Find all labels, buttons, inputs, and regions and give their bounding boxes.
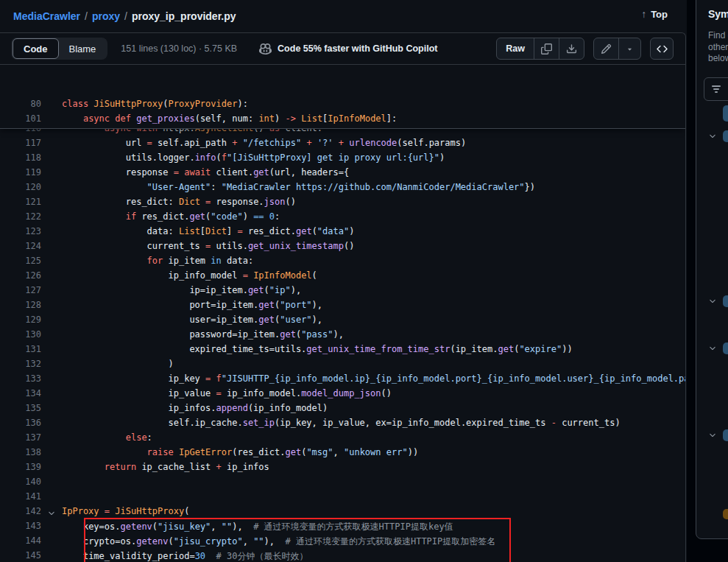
symbol-pill[interactable]	[723, 429, 728, 441]
code-line-144: 144 crypto=os.getenv("jisu_crypto", ""),…	[0, 535, 685, 550]
code-text	[62, 477, 685, 491]
line-number[interactable]: 133	[0, 373, 41, 388]
line-number[interactable]: 143	[0, 521, 41, 535]
line-number[interactable]: 80	[0, 99, 41, 113]
code-text: ip_value = ip_info_model.model_dump_json…	[62, 388, 685, 403]
line-number[interactable]: 141	[0, 491, 41, 506]
edit-file-button[interactable]	[594, 38, 619, 59]
symbols-filter-input[interactable]	[704, 77, 728, 101]
code-text: utils.logger.info(f"[JiSuHttpProxy] get …	[62, 152, 685, 167]
collapse-spacer	[41, 99, 62, 113]
collapse-chevron-icon[interactable]	[41, 506, 62, 521]
code-line-118: 118 utils.logger.info(f"[JiSuHttpProxy] …	[0, 152, 685, 167]
line-number[interactable]: 134	[0, 388, 41, 403]
code-line-130: 130 password=ip_item.get("pass"),	[0, 329, 685, 344]
code-text: self.ip_cache.set_ip(ip_key, ip_value, e…	[62, 418, 685, 432]
line-number[interactable]: 121	[0, 197, 41, 211]
symbol-tree-row[interactable]	[708, 295, 728, 307]
download-raw-button[interactable]	[559, 38, 584, 59]
line-number[interactable]: 118	[0, 152, 41, 167]
line-number[interactable]: 125	[0, 256, 41, 270]
breadcrumb: MediaCrawler/proxy/proxy_ip_provider.py …	[0, 0, 687, 32]
line-number[interactable]: 138	[0, 447, 41, 462]
tab-blame[interactable]: Blame	[59, 39, 107, 58]
back-to-top-button[interactable]: ↑ Top	[641, 8, 668, 20]
line-number[interactable]: 137	[0, 432, 41, 447]
code-line-134: 134 ip_value = ip_info_model.model_dump_…	[0, 388, 685, 403]
code-line-117: 117 url = self.api_path + "/fetchips" + …	[0, 138, 685, 152]
line-number[interactable]: 126	[0, 270, 41, 285]
code-text: url = self.api_path + "/fetchips" + '?' …	[62, 138, 685, 152]
line-number[interactable]: 139	[0, 462, 41, 477]
symbol-tree-row[interactable]	[708, 509, 728, 519]
symbol-pill[interactable]	[723, 509, 728, 519]
code-line-131: 131 expired_time_ts=utils.get_unix_time_…	[0, 344, 685, 359]
chevron-down-icon[interactable]	[708, 132, 717, 141]
code-line-133: 133 ip_key = f"JISUHTTP_{ip_info_model.i…	[0, 373, 685, 388]
symbol-tree-row[interactable]	[708, 343, 728, 354]
symbol-tree-row[interactable]	[708, 105, 728, 122]
code-text: key=os.getenv("jisu_key", ""), # 通过环境变量的…	[62, 521, 685, 535]
line-number[interactable]: 140	[0, 477, 41, 491]
chevron-down-icon[interactable]	[708, 431, 717, 440]
line-number[interactable]: 142	[0, 506, 41, 521]
collapse-spacer	[41, 477, 62, 491]
code-viewport: 116 async with httpx.AsyncClient() as cl…	[0, 98, 685, 562]
copilot-icon	[259, 43, 272, 55]
code-line-129: 129 user=ip_item.get("user"),	[0, 315, 685, 329]
code-symbols-icon	[657, 43, 668, 55]
breadcrumb-filename: proxy_ip_provider.py	[132, 10, 236, 22]
line-number[interactable]: 127	[0, 285, 41, 300]
line-number[interactable]: 123	[0, 226, 41, 241]
code-text: password=ip_item.get("pass"),	[62, 329, 685, 344]
collapse-spacer	[41, 270, 62, 285]
edit-dropdown-button[interactable]	[619, 38, 640, 59]
line-number[interactable]: 117	[0, 138, 41, 152]
symbol-tree-row[interactable]	[708, 429, 728, 441]
code-text: current_ts = utils.get_unix_timestamp()	[62, 241, 685, 256]
line-number[interactable]: 122	[0, 211, 41, 226]
line-number[interactable]: 128	[0, 300, 41, 315]
code-text: for ip_item in data:	[62, 256, 685, 270]
symbol-pill[interactable]	[723, 343, 728, 354]
line-number[interactable]: 120	[0, 182, 41, 197]
code-line-136: 136 self.ip_cache.set_ip(ip_key, ip_valu…	[0, 418, 685, 432]
collapse-spacer	[41, 373, 62, 388]
raw-button[interactable]: Raw	[497, 38, 534, 59]
code-text: user=ip_item.get("user"),	[62, 315, 685, 329]
collapse-spacer	[41, 403, 62, 418]
line-number[interactable]: 136	[0, 418, 41, 432]
tab-code[interactable]: Code	[13, 38, 59, 59]
line-number[interactable]: 132	[0, 359, 41, 373]
line-number[interactable]: 119	[0, 167, 41, 182]
symbol-pill[interactable]	[723, 295, 728, 307]
collapse-spacer	[41, 550, 62, 562]
arrow-up-icon: ↑	[641, 8, 646, 20]
symbols-panel-toggle-button[interactable]	[650, 38, 674, 60]
line-number[interactable]: 144	[0, 535, 41, 550]
symbol-pill[interactable]	[723, 105, 728, 122]
chevron-down-icon[interactable]	[708, 297, 717, 306]
code-line-124: 124 current_ts = utils.get_unix_timestam…	[0, 241, 685, 256]
line-number[interactable]: 130	[0, 329, 41, 344]
line-number[interactable]: 124	[0, 241, 41, 256]
collapse-spacer	[41, 432, 62, 447]
code-line-140: 140	[0, 477, 685, 491]
code-text: ip_info_model = IpInfoModel(	[62, 270, 685, 285]
breadcrumb-dir-link[interactable]: proxy	[92, 10, 120, 22]
copy-icon	[541, 43, 552, 55]
line-number[interactable]: 145	[0, 550, 41, 562]
pencil-icon	[601, 43, 612, 55]
line-number[interactable]: 131	[0, 344, 41, 359]
breadcrumb-repo-link[interactable]: MediaCrawler	[13, 10, 80, 22]
line-number[interactable]: 135	[0, 403, 41, 418]
copy-raw-button[interactable]	[534, 38, 559, 59]
line-number[interactable]: 129	[0, 315, 41, 329]
symbol-tree-row[interactable]	[708, 130, 728, 142]
symbol-pill[interactable]	[723, 130, 728, 142]
chevron-down-icon[interactable]	[708, 344, 717, 353]
copilot-banner[interactable]: Code 55% faster with GitHub Copilot	[259, 43, 437, 55]
copilot-banner-text: Code 55% faster with GitHub Copilot	[278, 43, 437, 54]
back-to-top-label: Top	[651, 9, 668, 20]
line-number[interactable]: 101	[0, 113, 41, 128]
